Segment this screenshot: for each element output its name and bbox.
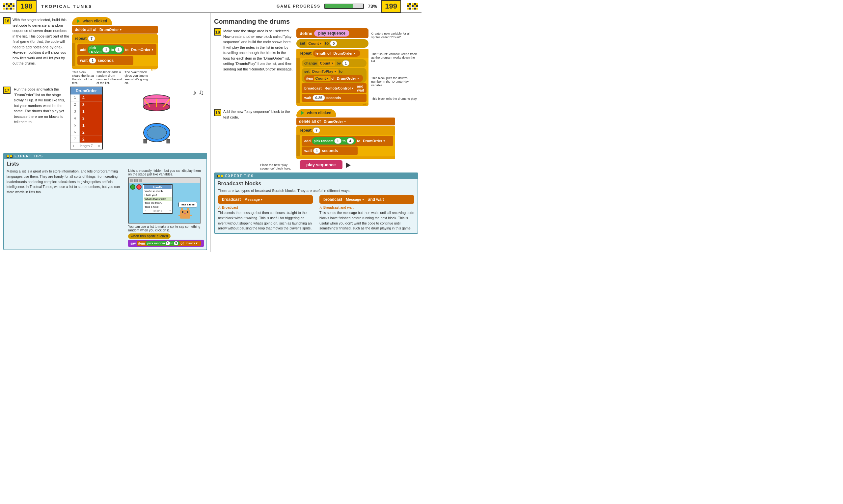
step-18-text: Make sure the stage area is still select… bbox=[223, 28, 293, 106]
step-19-container: 19 Add the new "play sequence" block to … bbox=[214, 109, 418, 169]
page-number-right: 199 bbox=[381, 0, 401, 13]
step-19-drum-order-1[interactable]: DrumOrder bbox=[322, 119, 348, 124]
drum-order-dropdown-1[interactable]: DrumOrder bbox=[98, 27, 124, 32]
scratch-controls bbox=[130, 184, 142, 212]
set-drumtoplay-block: set DrumToPlay to item Count of DrumOrde… bbox=[302, 68, 366, 83]
table-row: 2 3 bbox=[70, 102, 102, 108]
expert-dot-1 bbox=[6, 155, 9, 158]
pick-random-mini-oval: pick random 1 to 5 bbox=[146, 241, 180, 246]
add-pick-random-block: add pick random 1 to 4 to DrumOrder bbox=[77, 44, 157, 55]
repeat-length-block: repeat length of DrumOrder change Count bbox=[297, 49, 369, 106]
delete-all-block: delete all of DrumOrder bbox=[72, 26, 158, 34]
step-19-note: Place the new "play sequence" block here… bbox=[260, 163, 293, 170]
remote-control-dropdown[interactable]: RemoteControl bbox=[323, 86, 356, 91]
note-count-tracks: The "Count" variable keeps track as the … bbox=[371, 52, 418, 63]
wait-025-block: wait 0.25 seconds bbox=[302, 94, 366, 102]
snare-drum-svg bbox=[140, 92, 173, 119]
count-dropdown-1[interactable]: Count bbox=[307, 41, 324, 46]
game-progress-label: GAME PROGRESS bbox=[276, 4, 320, 8]
drum-order-dropdown-r2[interactable]: DrumOrder bbox=[335, 76, 361, 81]
progress-bar bbox=[324, 4, 364, 9]
step-19-repeat-block: repeat 7 add pick random 1 to 4 to DrumO… bbox=[297, 126, 418, 159]
insults-item-1: You're so dumb. bbox=[144, 189, 172, 193]
step-17-text: Run the code and watch the "DrumOrder" l… bbox=[14, 87, 67, 149]
broadcast-expert-title: Broadcast blocks bbox=[215, 179, 417, 187]
insults-length: +length 5= bbox=[144, 209, 172, 213]
step-18-blocks-area: define play sequence set Count to 0 bbox=[297, 28, 418, 106]
svg-rect-14 bbox=[182, 211, 183, 213]
step-18-badge: 18 bbox=[214, 28, 221, 36]
broadcast-col-left: broadcast Message △ Broadcast This sends… bbox=[218, 195, 313, 231]
define-play-sequence-block: define play sequence bbox=[297, 28, 369, 38]
note-drum-number: This block puts the drum's number in the… bbox=[371, 76, 418, 87]
drum-table-footer: + length 7 = bbox=[70, 143, 102, 149]
insults-item-2: I hate you! bbox=[144, 193, 172, 197]
step-16-blocks: when clicked delete all of DrumOrder rep… bbox=[72, 17, 207, 85]
table-row: 5 1 bbox=[70, 122, 102, 129]
cursor-icon bbox=[346, 163, 351, 168]
drum-order-dropdown-r1[interactable]: DrumOrder bbox=[331, 51, 358, 56]
table-row: 4 3 bbox=[70, 115, 102, 122]
drum-order-dropdown-2[interactable]: DrumOrder bbox=[129, 47, 156, 52]
broadcast-wait-block-right: broadcast Message and wait bbox=[319, 195, 414, 204]
step-16: 16 With the stage selected, build this t… bbox=[3, 17, 207, 85]
expert-tips-broadcast: EXPERT TIPS Broadcast blocks There are t… bbox=[214, 173, 418, 234]
svg-rect-10 bbox=[167, 139, 170, 143]
scratch-screenshot: Insults You're so dumb. I hate you! What… bbox=[128, 177, 200, 223]
flag-icon-2 bbox=[301, 111, 304, 115]
drum-to-play-dropdown[interactable]: DrumToPlay bbox=[310, 69, 338, 74]
item-count-of-block: item Count of DrumOrder bbox=[304, 75, 363, 82]
broadcast-col-right: broadcast Message and wait △ Broadcast a… bbox=[319, 195, 414, 231]
expert-tips-list-note: Lists are usually hidden, but you can di… bbox=[128, 169, 204, 176]
broadcast-expert-label: EXPERT TIPS bbox=[225, 174, 254, 178]
count-dropdown-2[interactable]: Count bbox=[319, 60, 336, 66]
right-panel: Commanding the drums 18 Make sure the st… bbox=[211, 13, 422, 252]
broadcast-dot-2 bbox=[221, 175, 223, 177]
step-19-blocks-area: when clicked delete all of DrumOrder rep… bbox=[297, 109, 418, 169]
repeat-block: repeat 7 add pick random 1 to 4 to DrumO… bbox=[72, 34, 207, 69]
step-19-drum-order-2[interactable]: DrumOrder bbox=[361, 138, 387, 144]
bass-drum-svg bbox=[142, 121, 172, 144]
item-pick-random-block: item pick random 1 to 5 of Insults▼ bbox=[137, 241, 201, 246]
page-number-left: 198 bbox=[16, 0, 37, 13]
broadcast-dot-1 bbox=[217, 175, 220, 177]
expert-tips-main-text: Making a list is a great way to store in… bbox=[6, 169, 125, 247]
expert-tips-label: EXPERT TIPS bbox=[15, 155, 43, 158]
insults-item-4: Take the trash. bbox=[144, 201, 172, 205]
green-flag-btn[interactable] bbox=[130, 184, 135, 190]
note-wait-block: The "wait" block gives you time to see w… bbox=[124, 70, 149, 85]
insults-header: Insults bbox=[144, 185, 172, 189]
step-18-blocks: define play sequence set Count to 0 bbox=[297, 28, 369, 106]
svg-rect-15 bbox=[187, 211, 189, 213]
say-item-block: say item pick random 1 to 5 of Insults▼ bbox=[128, 240, 204, 247]
drum-order-table: DrumOrder 1 4 2 3 3 1 4 3 bbox=[70, 87, 103, 149]
broadcast-intro: There are two types of broadcast Scratch… bbox=[218, 188, 414, 193]
step-18-annotations: Create a new variable for all sprites ca… bbox=[371, 28, 418, 106]
cat-sprite-svg bbox=[178, 208, 192, 220]
svg-rect-16 bbox=[184, 213, 186, 214]
expert-tips-header: EXPERT TIPS bbox=[4, 154, 207, 159]
wait-seconds-block: wait 1 seconds bbox=[77, 56, 133, 65]
page-title-left: TROPICAL TUNES bbox=[41, 4, 92, 9]
note-clears-list: This block clears the list at the start … bbox=[72, 70, 94, 85]
svg-rect-17 bbox=[178, 215, 182, 216]
broadcast-block-left: broadcast Message bbox=[218, 195, 313, 204]
page-header: 198 TROPICAL TUNES GAME PROGRESS 73% 199 bbox=[0, 0, 422, 13]
drum-table-header: DrumOrder bbox=[70, 87, 102, 94]
table-row: 1 4 bbox=[70, 94, 102, 102]
step-19-badge: 19 bbox=[214, 109, 221, 116]
count-dropdown-3[interactable]: Count bbox=[314, 76, 331, 81]
message-dropdown-1[interactable]: Message bbox=[243, 197, 265, 202]
set-count-block: set Count to 0 bbox=[297, 39, 369, 48]
toolbar-btn-2 bbox=[134, 179, 138, 182]
insults-dropdown[interactable]: Insults▼ bbox=[184, 241, 200, 245]
broadcast-expert-content: There are two types of broadcast Scratch… bbox=[215, 187, 417, 233]
length-of-oval: length of DrumOrder bbox=[313, 50, 360, 57]
svg-rect-19 bbox=[180, 216, 190, 219]
note-adds-drum: This block adds a random drum number to … bbox=[96, 70, 123, 85]
when-clicked-block: when clicked bbox=[72, 17, 112, 25]
stop-btn[interactable] bbox=[136, 184, 142, 190]
step-19-add-block: add pick random 1 to 4 to DrumOrder bbox=[302, 136, 393, 146]
speech-bubble: Take a hike! bbox=[178, 202, 197, 208]
message-dropdown-2[interactable]: Message bbox=[344, 197, 366, 202]
